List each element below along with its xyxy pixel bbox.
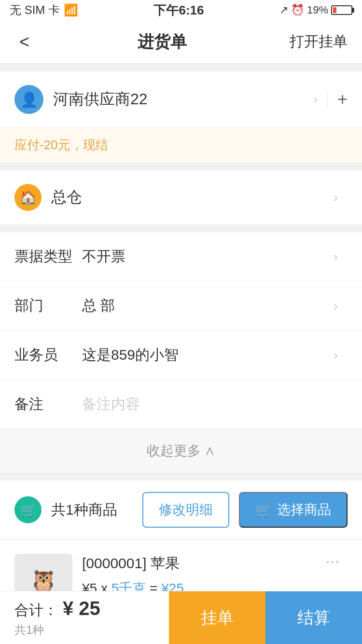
alarm-icon: ⏰ xyxy=(291,4,304,16)
select-icon: 🛒 xyxy=(255,502,272,518)
salesperson-chevron: › xyxy=(334,348,338,363)
location-icon: ↗ xyxy=(279,4,288,16)
department-chevron: › xyxy=(334,298,338,314)
supplier-divider xyxy=(327,90,328,109)
product-title: 苹果 xyxy=(151,555,180,571)
product-header: 🛒 共1种商品 修改明细 🛒 选择商品 xyxy=(0,480,362,539)
supplier-name: 河南供应商22 xyxy=(53,89,313,110)
product-icon-wrap: 🛒 xyxy=(14,496,42,523)
wifi-icon: 📶 xyxy=(64,3,78,17)
status-time: 下午6:16 xyxy=(153,2,204,19)
open-hold-button[interactable]: 打开挂单 xyxy=(290,32,348,52)
salesperson-label: 业务员 xyxy=(14,345,82,365)
edit-detail-button[interactable]: 修改明细 xyxy=(142,492,229,528)
avatar-icon: 👤 xyxy=(20,91,38,108)
ticket-type-value: 不开票 xyxy=(82,247,334,266)
battery-icon xyxy=(331,5,352,15)
product-more-button[interactable]: ··· xyxy=(319,554,348,569)
warehouse-section: 🏠 总仓 › xyxy=(0,170,362,224)
supplier-section: 👤 河南供应商22 › + 应付-20元，现结 xyxy=(0,71,362,163)
product-count: 共1种商品 xyxy=(51,500,133,520)
warehouse-row[interactable]: 🏠 总仓 › xyxy=(0,170,362,224)
status-bar: 无 SIM 卡 📶 下午6:16 ↗ ⏰ 19% xyxy=(0,0,362,20)
warehouse-chevron-icon: › xyxy=(334,190,338,205)
warehouse-icon-wrap: 🏠 xyxy=(14,184,42,211)
remark-label: 备注 xyxy=(14,394,82,414)
alert-banner: 应付-20元，现结 xyxy=(0,128,362,163)
warehouse-icon: 🏠 xyxy=(20,190,37,206)
remark-row[interactable]: 备注 备注内容 xyxy=(0,379,362,429)
collapse-toggle[interactable]: 收起更多 ∧ xyxy=(0,429,362,473)
department-value: 总 部 xyxy=(82,296,334,316)
product-code: [0000001] xyxy=(82,555,146,571)
status-left: 无 SIM 卡 📶 xyxy=(10,2,78,18)
supplier-row[interactable]: 👤 河南供应商22 › + xyxy=(0,71,362,128)
carrier-text: 无 SIM 卡 xyxy=(10,2,60,18)
page-title: 进货单 xyxy=(138,31,187,53)
bottom-bar: 合计： ¥ 25 共1种 挂单 结算 xyxy=(0,591,362,644)
product-name: [0000001] 苹果 xyxy=(82,554,309,574)
ticket-type-row[interactable]: 票据类型 不开票 › xyxy=(0,232,362,281)
total-count: 共1种 xyxy=(14,622,154,638)
main-content: 👤 河南供应商22 › + 应付-20元，现结 🏠 总仓 › 票据类型 不开票 … xyxy=(0,71,362,644)
total-section: 合计： ¥ 25 共1种 xyxy=(0,591,169,644)
product-cart-icon: 🛒 xyxy=(20,502,37,518)
select-product-button[interactable]: 🛒 选择商品 xyxy=(239,492,348,528)
total-text: 合计： xyxy=(14,601,58,620)
total-label: 合计： ¥ 25 xyxy=(14,598,154,620)
add-supplier-button[interactable]: + xyxy=(337,89,348,110)
back-button[interactable]: < xyxy=(14,27,34,57)
supplier-chevron-icon: › xyxy=(313,92,318,107)
checkout-button[interactable]: 结算 xyxy=(265,591,362,644)
warehouse-name: 总仓 xyxy=(51,187,334,208)
hold-button[interactable]: 挂单 xyxy=(169,591,265,644)
remark-placeholder: 备注内容 xyxy=(82,394,348,414)
battery-percent: 19% xyxy=(307,4,328,16)
salesperson-row[interactable]: 业务员 这是859的小智 › xyxy=(0,330,362,379)
total-amount: ¥ 25 xyxy=(63,598,100,619)
status-right: ↗ ⏰ 19% xyxy=(279,4,352,16)
select-label: 选择商品 xyxy=(277,501,331,519)
ticket-type-chevron: › xyxy=(334,249,338,265)
ticket-type-label: 票据类型 xyxy=(14,247,82,266)
department-label: 部门 xyxy=(14,296,82,316)
salesperson-value: 这是859的小智 xyxy=(82,345,334,365)
department-row[interactable]: 部门 总 部 › xyxy=(0,281,362,330)
nav-bar: < 进货单 打开挂单 xyxy=(0,20,362,64)
form-section: 票据类型 不开票 › 部门 总 部 › 业务员 这是859的小智 › 备注 备注… xyxy=(0,232,362,473)
supplier-avatar: 👤 xyxy=(14,85,43,114)
more-dots-icon: ··· xyxy=(326,554,340,569)
